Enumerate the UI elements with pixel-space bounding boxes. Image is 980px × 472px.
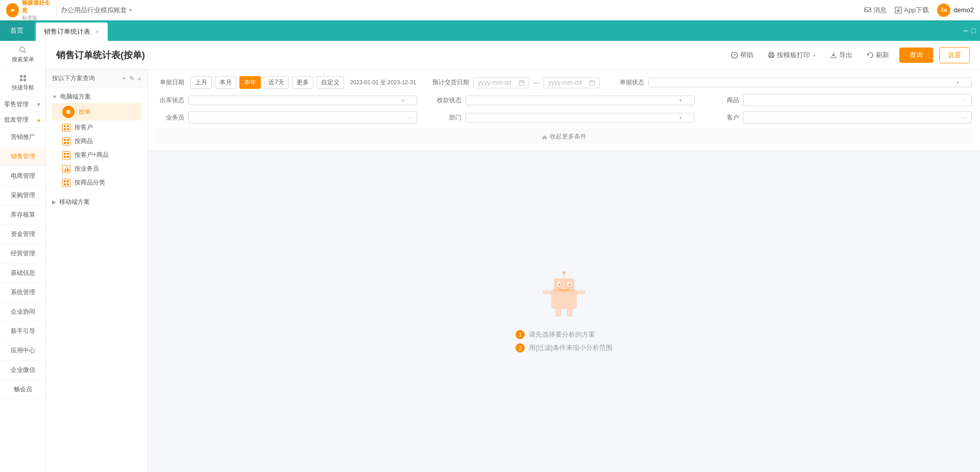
customer-field[interactable]: ··· [743,111,972,124]
sidebar-item-operation[interactable]: 经营管理 [0,244,45,264]
tab-minimize-icon[interactable]: ─ [964,27,969,35]
scheme-item-icon-customer [62,124,70,132]
prev-month-btn[interactable]: 上月 [190,76,212,89]
scheme-item-bysalesman[interactable]: 按业务员 [52,162,141,176]
svg-rect-19 [67,128,69,130]
sidebar-item-enterprise[interactable]: 企业协同 [0,302,45,322]
refresh-button[interactable]: 刷新 [863,49,893,62]
svg-rect-23 [67,142,69,144]
sidebar-item-purchase[interactable]: 采购管理 [0,186,45,205]
tab-close-button[interactable]: × [94,28,100,36]
search-icon [19,46,27,54]
scheme-item-label: 按商品 [75,137,93,146]
scheme-item-bygoods[interactable]: 按商品 [52,134,141,148]
doc-status-select[interactable]: ▾ [648,78,972,87]
scheme-item-label: 按业务员 [75,164,99,173]
empty-illustration [538,271,590,322]
sidebar-item-search[interactable]: 搜索菜单 [0,41,45,69]
payment-status-group: 收款状态 ▾ [433,96,694,105]
this-month-btn[interactable]: 本月 [215,76,236,89]
svg-rect-16 [64,125,66,127]
ship-status-group: 出库状态 ▾ [156,96,417,105]
tab-maximize-icon[interactable]: □ [972,27,976,35]
doc-status-arrow: ▾ [952,80,959,85]
sidebar-item-sales[interactable]: 销售管理 [0,147,45,167]
scheme-item-bycustomer[interactable]: 按客户 [52,121,141,134]
more-btn[interactable]: 更多 [292,76,313,89]
tab-sales-order[interactable]: 销售订单统计表 × [36,22,108,41]
tip-num-2: 2 [516,343,525,352]
sidebar-item-marketing[interactable]: 营销推广 [0,128,45,147]
sidebar-item-basics[interactable]: 基础信息 [0,264,45,283]
sidebar-item-finance[interactable]: 资金管理 [0,225,45,244]
sidebar-item-member[interactable]: 畅会员 [0,380,45,399]
sidebar-item-wechat[interactable]: 企业微信 [0,361,45,380]
this-year-btn[interactable]: 本年 [239,76,261,89]
payment-status-select[interactable]: ▾ [465,96,694,105]
svg-rect-8 [20,79,22,81]
sidebar-item-ecommerce[interactable]: 电商管理 [0,167,45,186]
scheme-item-icon-goods [62,137,70,146]
svg-rect-21 [67,139,69,141]
date-label: 单据日期 [156,78,184,87]
doc-status-label: 单据状态 [616,78,644,87]
sidebar-item-quicknav[interactable]: 快捷导航 [0,69,45,97]
scheme-edit-icon[interactable]: ✎ [129,75,135,82]
scheme-item-label: 按客户+商品 [75,151,109,159]
svg-line-5 [24,51,26,53]
app-download-button[interactable]: App下载 [895,6,929,15]
date-range-text: 2023-01-01 至 2023-12-31 [350,79,416,86]
search-button[interactable]: 查询 [899,48,933,63]
collapse-button[interactable]: 收起更多条件 [156,129,972,144]
salesman-field[interactable]: ··· [188,111,417,124]
scheme-active-indicator [62,106,75,118]
payment-status-label: 收款状态 [433,96,461,105]
split-layout: 按以下方案查询 + ✎ « ▼ 电脑端方案 [46,70,980,472]
tab-bar: 首页 销售订单统计表 × ─ □ [0,20,980,41]
svg-rect-40 [590,81,595,85]
export-button[interactable]: 导出 [826,49,856,62]
expected-date-label: 预计交货日期 [432,78,469,87]
sidebar-item-newuser[interactable]: 新手引导 [0,322,45,341]
message-button[interactable]: 消息 [864,6,887,15]
scheme-title: 按以下方案查询 [52,74,95,83]
scheme-item-bycustomergoods[interactable]: 按客户+商品 [52,148,141,162]
goods-field[interactable]: ··· [743,94,972,106]
sidebar-item-appcenter[interactable]: 应用中心 [0,341,45,361]
tab-home[interactable]: 首页 [0,20,34,41]
svg-rect-50 [543,290,552,294]
app-title-area[interactable]: 办公用品行业模拟账套 ▾ [56,6,860,15]
scheme-pc-label: 电脑端方案 [60,92,91,101]
custom-btn[interactable]: 自定义 [316,76,344,89]
sidebar-section-retail[interactable]: 零售管理 ▼ [0,97,45,112]
svg-point-1 [12,9,14,11]
expected-date-from[interactable]: yyyy-mm-dd [473,77,529,88]
expected-date-group: 预计交货日期 yyyy-mm-dd — yyyy-mm-dd [432,77,600,88]
user-area[interactable]: Ea demo2 [937,4,974,17]
scheme-collapse-icon[interactable]: « [138,75,141,82]
scheme-pc-group-header[interactable]: ▼ 电脑端方案 [52,90,141,103]
scheme-mobile-group: ▶ 移动端方案 [46,193,148,211]
scheme-add-icon[interactable]: + [122,75,126,82]
expected-date-to[interactable]: yyyy-mm-dd [544,77,600,88]
ship-status-select[interactable]: ▾ [188,96,417,105]
help-button[interactable]: ? 帮助 [727,49,757,62]
svg-rect-17 [67,125,69,127]
sidebar-section-wholesale[interactable]: 批发管理 ▲ [0,112,45,128]
scheme-item-byorder[interactable]: 按单 [52,103,141,121]
sidebar-item-system[interactable]: 系统管理 [0,283,45,302]
svg-rect-24 [64,153,66,155]
print-button[interactable]: 按模板打印 ▾ [764,49,820,62]
scheme-item-bygoodscategory[interactable]: 按商品分类 [52,176,141,190]
settings-button[interactable]: 设置 [939,47,970,63]
scheme-panel: 按以下方案查询 + ✎ « ▼ 电脑端方案 [46,70,148,472]
last7days-btn[interactable]: 近7天 [264,76,289,89]
page-header: 销售订单统计表(按单) ? 帮助 [46,41,980,70]
scheme-mobile-group-header[interactable]: ▶ 移动端方案 [52,196,141,208]
collapse-icon [542,134,548,140]
sidebar-item-inventory[interactable]: 库存核算 [0,205,45,225]
calendar-icon-from [519,80,525,86]
department-select[interactable]: ▾ [465,113,694,123]
svg-rect-7 [23,75,26,78]
logo-icon [6,3,19,17]
